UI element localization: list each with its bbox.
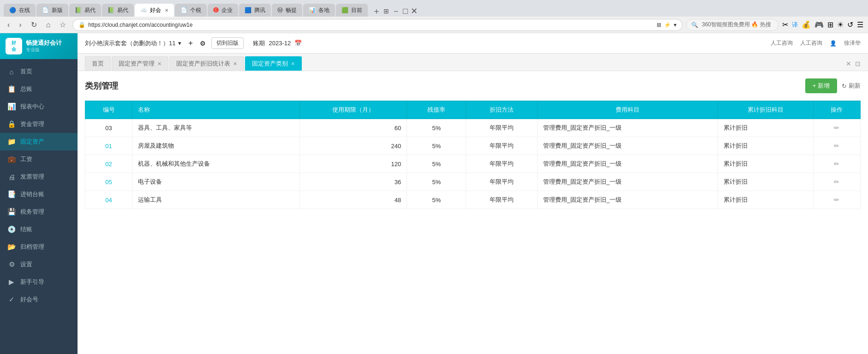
tab-tencent[interactable]: 🟦 腾讯 bbox=[239, 4, 271, 17]
cell-name: 器具、工具、家具等 bbox=[132, 119, 300, 137]
minimize-icon[interactable]: － bbox=[392, 6, 400, 17]
edit-icon[interactable]: ✏ bbox=[834, 160, 839, 168]
close-window-icon[interactable]: ✕ bbox=[411, 6, 418, 16]
edit-icon[interactable]: ✏ bbox=[834, 178, 839, 186]
grid-icon[interactable]: ⊞ bbox=[827, 20, 833, 29]
sidebar-item-ledger[interactable]: 📋 总账 bbox=[0, 80, 78, 98]
tab-yidai2[interactable]: 📗 易代 bbox=[102, 4, 134, 17]
sidebar-item-closing[interactable]: 💿 结账 bbox=[0, 221, 78, 238]
add-company-icon[interactable]: ＋ bbox=[187, 38, 194, 48]
service-label[interactable]: 人工咨询 bbox=[771, 39, 793, 47]
forward-button[interactable]: › bbox=[16, 20, 24, 30]
tab-hao[interactable]: ☁️ 好会 ✕ bbox=[135, 4, 174, 17]
sidebar-item-payroll[interactable]: 💼 工资 bbox=[0, 150, 78, 168]
home-button[interactable]: ⌂ bbox=[43, 20, 54, 30]
close-tab-category-icon[interactable]: ✕ bbox=[291, 61, 295, 67]
boost-icon[interactable]: ⚡ bbox=[664, 22, 671, 28]
translate-icon[interactable]: 译 bbox=[792, 21, 798, 29]
cell-period: 36 bbox=[299, 173, 407, 191]
sidebar-item-account[interactable]: ✓ 好会号 bbox=[0, 291, 78, 308]
settings-cog-icon[interactable]: ⚙ bbox=[200, 40, 206, 47]
close-tab-asset-mgmt-icon[interactable]: ✕ bbox=[157, 61, 162, 67]
switch-version-button[interactable]: 切到旧版 bbox=[211, 37, 244, 49]
sidebar-item-archive[interactable]: 📂 归档管理 bbox=[0, 238, 78, 256]
scissors-icon[interactable]: ✂ bbox=[782, 20, 788, 29]
close-tab-depreciation-icon[interactable]: ✕ bbox=[233, 61, 237, 67]
menu-icon[interactable]: ⊞ bbox=[383, 7, 389, 15]
user-name: 徐泽华 bbox=[844, 39, 861, 47]
col-name: 名称 bbox=[132, 101, 300, 119]
sidebar-item-reports[interactable]: 📊 报表中心 bbox=[0, 98, 78, 115]
cell-id: 03 bbox=[85, 119, 132, 137]
account-icon: ✓ bbox=[7, 295, 16, 304]
cell-period: 120 bbox=[299, 155, 407, 173]
tab-new[interactable]: 📄 新版 bbox=[36, 4, 68, 17]
sidebar-item-invoice[interactable]: 🖨 发票管理 bbox=[0, 168, 78, 186]
col-action: 操作 bbox=[813, 101, 860, 119]
back-button[interactable]: ‹ bbox=[5, 20, 12, 30]
sidebar-item-funds[interactable]: 🔒 资金管理 bbox=[0, 115, 78, 133]
settings-icon[interactable]: ☰ bbox=[857, 20, 863, 29]
period-info: 账期 2023-12 📅 bbox=[253, 39, 302, 48]
tab-close-icon[interactable]: ✕ bbox=[165, 8, 168, 13]
table-row: 05 电子设备 36 5% 年限平均 管理费用_固定资产折旧_一级 累计折旧 ✏ bbox=[85, 173, 861, 191]
sidebar-item-purchase[interactable]: 📑 进销台账 bbox=[0, 186, 78, 203]
tab-enterprise[interactable]: 🅒 企业 bbox=[208, 4, 238, 17]
page-tab-asset-mgmt[interactable]: 固定资产管理 ✕ bbox=[112, 56, 168, 71]
sidebar-item-assets[interactable]: 📁 固定资产 bbox=[0, 133, 78, 150]
col-period: 使用期限（月） bbox=[299, 101, 407, 119]
edit-icon[interactable]: ✏ bbox=[834, 124, 839, 132]
archive-icon: 📂 bbox=[7, 243, 16, 251]
maximize-icon[interactable]: □ bbox=[403, 6, 408, 16]
refresh-button[interactable]: ↻ 刷新 bbox=[842, 82, 861, 90]
coin-icon[interactable]: 💰 bbox=[802, 20, 811, 29]
tab-tax[interactable]: 📄 个税 bbox=[175, 4, 207, 17]
edit-icon[interactable]: ✏ bbox=[834, 142, 839, 150]
sun-icon[interactable]: ☀ bbox=[837, 20, 844, 29]
app-container: 好会 畅捷通好会计 专业版 ⌂ 首页 📋 总账 📊 报表中心 🔒 资金管理 bbox=[0, 33, 868, 354]
tab-yidai1[interactable]: 📗 易代 bbox=[69, 4, 101, 17]
qr-icon[interactable]: ⊞ bbox=[657, 22, 661, 28]
page-tab-home[interactable]: 首页 bbox=[85, 56, 111, 71]
bookmark-button[interactable]: ☆ bbox=[57, 19, 69, 30]
tab-changti[interactable]: Ⓜ 畅提 bbox=[272, 4, 302, 17]
game-icon[interactable]: 🎮 bbox=[814, 20, 824, 29]
sidebar-item-home[interactable]: ⌂ 首页 bbox=[0, 63, 78, 80]
col-expense: 费用科目 bbox=[537, 101, 718, 119]
cell-action: ✏ bbox=[813, 155, 860, 173]
tab-gedi[interactable]: 📊 各地 bbox=[303, 4, 335, 17]
sidebar-item-guide[interactable]: ▶ 新手引导 bbox=[0, 273, 78, 291]
tab-muqian[interactable]: 🟩 目前 bbox=[336, 4, 368, 17]
address-bar: 🔒 https://cloud.chanjet.com/accounting/u… bbox=[72, 19, 682, 31]
close-all-tabs-icon[interactable]: ✕ bbox=[846, 60, 851, 67]
assets-icon: 📁 bbox=[7, 138, 16, 146]
cell-rate: 5% bbox=[407, 173, 466, 191]
company-dropdown-icon[interactable]: ▾ bbox=[178, 40, 181, 47]
add-tab-button[interactable]: ＋ bbox=[372, 6, 381, 17]
cell-action: ✏ bbox=[813, 119, 860, 137]
page-tab-category[interactable]: 固定资产类别 ✕ bbox=[245, 56, 302, 71]
tab-online[interactable]: 🔵 在线 bbox=[4, 4, 36, 17]
dropdown-icon[interactable]: ▾ bbox=[674, 22, 676, 28]
undo-icon[interactable]: ↺ bbox=[847, 20, 853, 29]
cell-expense: 管理费用_固定资产折旧_一级 bbox=[537, 155, 718, 173]
col-method: 折旧方法 bbox=[466, 101, 537, 119]
funds-icon: 🔒 bbox=[7, 120, 16, 128]
table-row: 03 器具、工具、家具等 60 5% 年限平均 管理费用_固定资产折旧_一级 累… bbox=[85, 119, 861, 137]
nav-bar: ‹ › ↻ ⌂ ☆ 🔒 https://cloud.chanjet.com/ac… bbox=[0, 17, 868, 33]
refresh-icon: ↻ bbox=[842, 83, 847, 90]
expand-tabs-icon[interactable]: ⊡ bbox=[855, 60, 861, 67]
top-bar: 刘小艳演示套套（勿删勿动！）11 ▾ ＋ ⚙ 切到旧版 账期 2023-12 📅… bbox=[78, 33, 868, 54]
purchase-icon: 📑 bbox=[7, 190, 16, 198]
page-tab-depreciation[interactable]: 固定资产折旧统计表 ✕ bbox=[169, 56, 244, 71]
sidebar-item-settings[interactable]: ⚙ 设置 bbox=[0, 256, 78, 273]
cell-id: 02 bbox=[85, 155, 132, 173]
cell-name: 机器、机械和其他生产设备 bbox=[132, 155, 300, 173]
cell-id: 01 bbox=[85, 137, 132, 155]
reload-button[interactable]: ↻ bbox=[28, 19, 40, 30]
sidebar-item-tax[interactable]: 💾 税务管理 bbox=[0, 203, 78, 221]
calendar-icon[interactable]: 📅 bbox=[294, 40, 302, 47]
cell-rate: 5% bbox=[407, 155, 466, 173]
edit-icon[interactable]: ✏ bbox=[834, 196, 839, 204]
add-button[interactable]: + 新增 bbox=[805, 78, 837, 93]
